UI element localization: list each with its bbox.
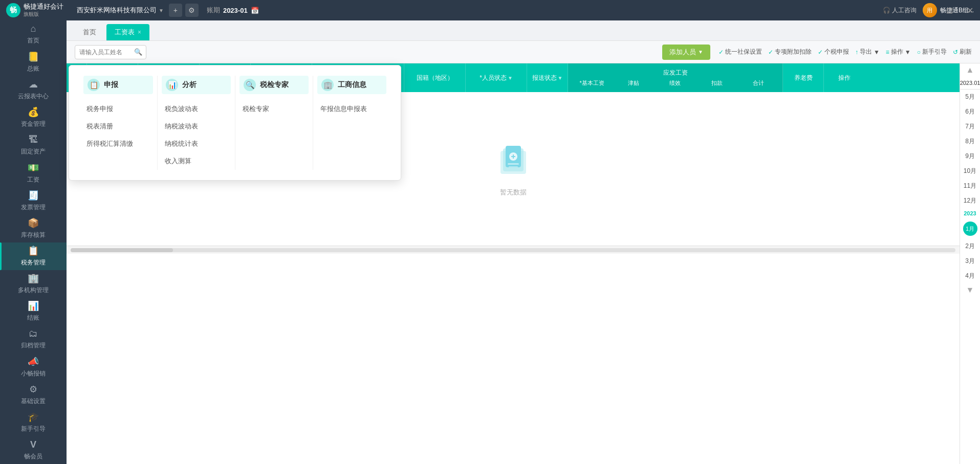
scrollbar-track[interactable] [71, 248, 955, 252]
window-controls: ⊡ ✕ [939, 0, 980, 20]
scrollbar-thumb[interactable] [71, 248, 173, 252]
add-person-arrow: ▼ [698, 49, 703, 55]
dropdown-item-annual-report[interactable]: 年报信息申报表 [317, 100, 386, 118]
th-report-status: 报送状态 ▼ [527, 63, 568, 92]
month-10[interactable]: 10月 [960, 164, 980, 179]
settings-button[interactable]: ⚙ [185, 4, 199, 17]
month-8[interactable]: 8月 [960, 134, 980, 149]
business-title: 🏢 工商信息 [317, 76, 386, 94]
sidebar-item-settings[interactable]: ⚙ 基础设置 [0, 381, 67, 408]
dropdown-item-income-estimate[interactable]: 收入测算 [162, 152, 231, 170]
dropdown-item-tax-fluctuation[interactable]: 纳税波动表 [162, 118, 231, 135]
social-security-icon: ✓ [718, 49, 724, 56]
right-panel-down-nav[interactable]: ▼ [964, 283, 976, 297]
sidebar-item-expense[interactable]: 📣 小畅报销 [0, 353, 67, 381]
sidebar-label-ledger: 总账 [27, 64, 39, 73]
svg-rect-7 [509, 166, 518, 167]
header-actions: + ⚙ [169, 4, 199, 17]
dropdown-item-tax-table[interactable]: 税表清册 [83, 118, 153, 135]
month-11[interactable]: 11月 [960, 179, 980, 193]
dropdown-item-tax-stats[interactable]: 纳税统计表 [162, 135, 231, 152]
month-7[interactable]: 7月 [960, 119, 980, 134]
help-label: 人工咨询 [892, 6, 917, 15]
top-header: 畅 畅捷通好会计 旗舰版 西安虾米网络科技有限公司 ▼ + ⚙ 账期 2023-… [0, 0, 980, 20]
month-5[interactable]: 5月 [960, 90, 980, 104]
dropdown-item-tax-declaration[interactable]: 税务申报 [83, 100, 153, 118]
tab-home[interactable]: 首页 [75, 24, 104, 40]
cloud-icon: ☁ [29, 79, 38, 90]
th-yingfa-group: 应发工资 *基本工资 津贴 绩效 扣款 合计 [568, 63, 783, 92]
add-person-button[interactable]: 添加人员 ▼ [662, 45, 710, 60]
restore-button[interactable]: ⊡ [939, 0, 960, 20]
dropdown-section-business: 🏢 工商信息 年报信息申报表 [313, 76, 390, 170]
toolbar-actions: ✓ 统一社保设置 ✓ 专项附加扣除 ✓ 个税申报 ↑ 导出 ▼ ≡ [718, 48, 972, 56]
tab-close-icon[interactable]: × [138, 29, 141, 36]
sidebar-item-assets[interactable]: 🏗 固定资产 [0, 131, 67, 159]
expert-icon: 🔍 [244, 79, 256, 91]
sidebar-item-invoice[interactable]: 🧾 发票管理 [0, 187, 67, 214]
export-button[interactable]: ↑ 导出 ▼ [855, 48, 880, 56]
export-arrow: ▼ [874, 49, 880, 56]
company-chevron: ▼ [159, 8, 164, 13]
help-button[interactable]: 🎧 人工咨询 [883, 6, 917, 15]
sidebar-item-ledger[interactable]: 📒 总账 [0, 48, 67, 76]
sidebar-item-home[interactable]: ⌂ 首页 [0, 20, 67, 48]
dropdown-item-annual-reconcile[interactable]: 所得税汇算清缴 [83, 135, 153, 152]
sidebar-label-fund: 资金管理 [21, 120, 46, 128]
sidebar-item-fund[interactable]: 💰 资金管理 [0, 104, 67, 131]
sidebar-item-member[interactable]: V 畅会员 [0, 436, 67, 464]
sidebar-label-tax: 税务管理 [21, 258, 46, 267]
close-button[interactable]: ✕ [960, 0, 980, 20]
close-books-icon: 📊 [28, 300, 39, 312]
report-filter-icon[interactable]: ▼ [558, 75, 563, 81]
sidebar-label-member: 畅会员 [24, 452, 42, 461]
tab-bar: 首页 工资表 × [67, 20, 980, 41]
guide-button[interactable]: ○ 新手引导 [917, 48, 947, 56]
special-deduction-button[interactable]: ✓ 专项附加扣除 [768, 48, 812, 56]
month-2[interactable]: 2月 [960, 239, 980, 254]
sidebar-item-cloud[interactable]: ☁ 云报表中心 [0, 76, 67, 103]
sidebar-item-inventory[interactable]: 📦 库存核算 [0, 214, 67, 242]
sidebar-item-archive[interactable]: 🗂 归档管理 [0, 325, 67, 353]
sidebar-item-multi[interactable]: 🏢 多机构管理 [0, 270, 67, 298]
month-12[interactable]: 12月 [960, 193, 980, 208]
period-calendar-icon[interactable]: 📅 [251, 7, 259, 14]
right-panel: ▲ 2023.01 5月 6月 7月 8月 9月 10月 11月 12月 202… [960, 63, 980, 464]
status-filter-icon[interactable]: ▼ [508, 75, 513, 81]
refresh-button[interactable]: ↺ 刷新 [953, 48, 972, 56]
search-icon[interactable]: 🔍 [134, 48, 142, 56]
month-1[interactable]: 1月 [960, 218, 980, 239]
tab-salary[interactable]: 工资表 × [106, 24, 149, 40]
tax-declaration-button[interactable]: ✓ 个税申报 [818, 48, 849, 56]
month-3[interactable]: 3月 [960, 254, 980, 269]
month-4[interactable]: 4月 [960, 269, 980, 283]
operation-label: 操作 [891, 48, 903, 56]
add-person-label: 添加人员 [669, 48, 696, 57]
toolbar: 🔍 添加人员 ▼ ✓ 统一社保设置 ✓ 专项附加扣除 ✓ 个税申报 [67, 41, 980, 63]
th-performance: 绩效 [655, 78, 696, 88]
dropdown-item-tax-burden[interactable]: 税负波动表 [162, 100, 231, 118]
sidebar: ⌂ 首页 📒 总账 ☁ 云报表中心 💰 资金管理 🏗 固定资产 💵 工资 🧾 发… [0, 20, 67, 464]
month-9[interactable]: 9月 [960, 149, 980, 164]
add-company-button[interactable]: + [169, 4, 182, 17]
period-label: 账期 [207, 6, 220, 15]
sidebar-item-tax[interactable]: 📋 税务管理 [0, 242, 67, 270]
social-security-button[interactable]: ✓ 统一社保设置 [718, 48, 762, 56]
company-selector[interactable]: 西安虾米网络科技有限公司 ▼ [77, 6, 164, 15]
multi-icon: 🏢 [28, 273, 39, 284]
sidebar-item-close[interactable]: 📊 结账 [0, 298, 67, 325]
special-deduction-label: 专项附加扣除 [775, 48, 812, 56]
sidebar-item-salary[interactable]: 💵 工资 [0, 159, 67, 187]
month-6[interactable]: 6月 [960, 104, 980, 119]
sidebar-label-multi: 多机构管理 [18, 286, 49, 295]
refresh-label: 刷新 [960, 48, 972, 56]
th-pension: 养老费 [783, 63, 824, 92]
right-panel-up-nav[interactable]: ▲ [964, 63, 976, 77]
horizontal-scrollbar[interactable] [67, 246, 960, 254]
sidebar-label-home: 首页 [27, 36, 39, 45]
dropdown-item-expert[interactable]: 税检专家 [239, 100, 309, 118]
sidebar-label-salary: 工资 [27, 175, 39, 184]
operation-button[interactable]: ≡ 操作 ▼ [886, 48, 911, 56]
right-panel-year-header: 2023.01 [960, 77, 980, 90]
sidebar-item-guide[interactable]: 🎓 新手引导 [0, 409, 67, 436]
